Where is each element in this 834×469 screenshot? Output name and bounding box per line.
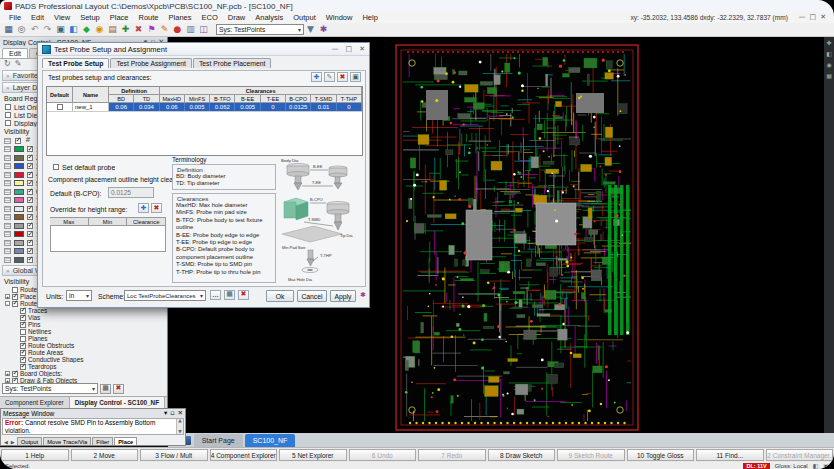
dropdown-icon[interactable]: ▾: [164, 410, 167, 417]
layer-color-swatch[interactable]: [14, 240, 24, 246]
drc-icon[interactable]: ●: [171, 24, 184, 36]
message-tab[interactable]: Move Trace/Via: [43, 437, 91, 445]
tree-item[interactable]: Netlines: [0, 328, 167, 335]
flag-icon[interactable]: ⚑: [145, 24, 158, 36]
probe-value-cell[interactable]: 0.005: [185, 103, 210, 111]
delete-scheme-icon[interactable]: ✖: [238, 290, 249, 300]
add-probe-icon[interactable]: ✚: [311, 72, 322, 82]
checkbox[interactable]: [5, 104, 11, 110]
panel-bottom-tab[interactable]: Component Explorer: [0, 397, 70, 408]
tree-checkbox[interactable]: [20, 357, 26, 363]
copy-probe-icon[interactable]: ▣: [350, 72, 361, 82]
grid-toggle-icon[interactable]: ▣: [823, 463, 829, 469]
menu-item[interactable]: Edit: [26, 13, 49, 22]
dialog-tab[interactable]: Test Probe Assignment: [110, 58, 192, 68]
via-icon[interactable]: ◉: [93, 24, 106, 36]
layer-color-swatch[interactable]: [14, 248, 24, 254]
find-icon[interactable]: ◎: [15, 24, 28, 36]
menu-item[interactable]: Window: [321, 13, 358, 22]
function-key-button[interactable]: 11 Find...: [696, 449, 764, 461]
scheme-selector-combo[interactable]: Sys: TestPoints ▾: [216, 24, 304, 35]
scroll-down-icon[interactable]: ▼: [178, 430, 181, 435]
probe-value-cell[interactable]: 0.005: [235, 103, 260, 111]
tree-checkbox[interactable]: [12, 371, 18, 377]
probe-value-cell[interactable]: 0: [337, 103, 362, 111]
zoom-icon[interactable]: ◫: [197, 24, 210, 36]
function-key-button[interactable]: 6 Undo: [349, 449, 417, 461]
ok-button[interactable]: Ok: [266, 290, 294, 302]
delete-icon[interactable]: ✖: [132, 24, 145, 36]
pan-icon[interactable]: ◉: [826, 62, 831, 68]
cancel-button[interactable]: Cancel: [297, 290, 327, 302]
tree-item[interactable]: Route Obstructs: [0, 342, 167, 349]
layer-visibility-checkbox[interactable]: [27, 146, 33, 152]
layer-visibility-checkbox[interactable]: [27, 180, 33, 186]
expand-toggle-icon[interactable]: [5, 371, 10, 376]
layer-color-swatch[interactable]: [14, 223, 24, 229]
layer-visibility-checkbox[interactable]: [27, 172, 33, 178]
dialog-tab[interactable]: Test Probe Setup: [42, 58, 109, 68]
menu-item[interactable]: Route: [134, 13, 164, 22]
mdi-close-icon[interactable]: ✕: [820, 14, 826, 21]
refresh-icon[interactable]: ↻: [4, 60, 11, 68]
place-icon[interactable]: ◧: [67, 24, 80, 36]
layers-icon[interactable]: ▦: [826, 73, 832, 79]
probe-value-cell[interactable]: 0: [261, 103, 286, 111]
units-combo[interactable]: in ▾: [66, 290, 92, 301]
function-key-button[interactable]: 8 Draw Sketch: [488, 449, 556, 461]
dialog-close-icon[interactable]: ✕: [359, 46, 365, 53]
tree-item[interactable]: Teardrops: [0, 363, 167, 370]
dialog-maximize-icon[interactable]: □: [346, 46, 353, 53]
expand-toggle-icon[interactable]: [5, 294, 10, 299]
layer-visibility-checkbox[interactable]: [27, 214, 33, 220]
help-toolbar-icon[interactable]: ✱: [317, 24, 330, 36]
function-key-button[interactable]: 9 Sketch Route: [557, 449, 625, 461]
options-icon[interactable]: ▼: [304, 24, 317, 36]
zoom-in-icon[interactable]: ✚: [826, 40, 831, 46]
layer-visibility-checkbox[interactable]: [27, 197, 33, 203]
layer-color-swatch[interactable]: [14, 214, 24, 220]
probe-value-cell[interactable]: 0.0125: [286, 103, 311, 111]
save-scheme-icon[interactable]: ▦: [224, 290, 235, 300]
checkbox[interactable]: [5, 112, 11, 118]
function-key-button[interactable]: 12 Constraint Manager...: [766, 449, 834, 461]
tree-item[interactable]: Route Areas: [0, 349, 167, 356]
help-icon[interactable]: ✱: [360, 292, 366, 299]
add-override-icon[interactable]: ✚: [138, 203, 149, 213]
tree-item[interactable]: Conductive Shapes: [0, 356, 167, 363]
menu-item[interactable]: ECO: [196, 13, 222, 22]
tree-checkbox[interactable]: [20, 315, 26, 321]
function-key-button[interactable]: 1 Help: [1, 449, 69, 461]
dialog-minimize-icon[interactable]: —: [332, 46, 339, 53]
message-tab[interactable]: Filter: [92, 437, 113, 445]
expand-toggle-icon[interactable]: [5, 301, 10, 306]
layer-color-swatch[interactable]: [14, 257, 24, 263]
probe-value-cell[interactable]: 0.01: [311, 103, 336, 111]
layer-visibility-checkbox[interactable]: [27, 155, 33, 161]
tab-scroll-right-icon[interactable]: ▶: [10, 440, 16, 445]
function-key-button[interactable]: 3 Flow / Mult: [140, 449, 208, 461]
layer-visibility-checkbox[interactable]: [27, 163, 33, 169]
mdi-restore-icon[interactable]: □: [810, 14, 817, 21]
document-tab[interactable]: Start Page: [194, 434, 243, 447]
layer-visibility-checkbox[interactable]: [27, 257, 33, 263]
message-scrollbar[interactable]: ▲ ▼: [176, 419, 183, 434]
probe-table-row[interactable]: new_1 0.060.0340.060.0050.0620.00500.012…: [47, 103, 362, 112]
layer-color-swatch[interactable]: [14, 146, 24, 152]
menu-item[interactable]: Planes: [164, 13, 197, 22]
set-default-probe-row[interactable]: Set default probe: [48, 163, 115, 171]
add-icon[interactable]: ✚: [119, 24, 132, 36]
dialog-title-bar[interactable]: Test Probe Setup and Assignment — □ ✕: [38, 43, 369, 56]
route-icon[interactable]: ◆: [80, 24, 93, 36]
function-key-button[interactable]: 7 Redo: [418, 449, 486, 461]
dialog-tab[interactable]: Test Probe Placement: [193, 58, 272, 68]
probe-value-cell[interactable]: 0.062: [210, 103, 235, 111]
edit-filter-icon[interactable]: ✎: [15, 60, 22, 68]
tree-checkbox[interactable]: [12, 294, 18, 300]
tree-checkbox[interactable]: [20, 336, 26, 342]
edit-icon[interactable]: ✎: [158, 24, 171, 36]
panel-tab[interactable]: Edit: [2, 48, 28, 58]
function-key-button[interactable]: 4 Component Explorer: [210, 449, 278, 461]
zoom-fit-icon[interactable]: ◧: [826, 51, 832, 57]
tree-checkbox[interactable]: [20, 350, 26, 356]
